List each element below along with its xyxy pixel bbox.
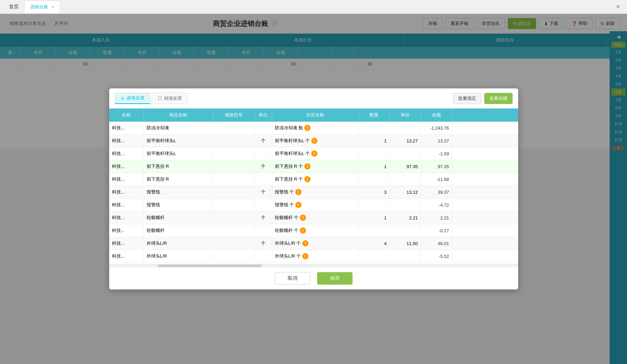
- cell-unit: 个: [255, 237, 272, 250]
- cell-product: 前平衡杆球头L: [144, 147, 213, 160]
- cell-unit: 个: [255, 135, 272, 147]
- cell-price: 13.12: [390, 186, 421, 198]
- cell-product: 前平衡杆球头L: [144, 135, 213, 147]
- cell-spec: [213, 237, 255, 250]
- cell-amount: -5.52: [421, 250, 452, 262]
- table-row[interactable]: 科技... 报警线 个 报警线 个! 3 13.12 39.37: [109, 186, 518, 199]
- cell-qty: [359, 224, 390, 237]
- warning-icon: !: [300, 227, 306, 234]
- warning-icon: !: [302, 240, 308, 246]
- table-row[interactable]: 科技... 轮毂螺杆 个 轮毂螺杆 个! 1 2.21 2.21: [109, 211, 518, 224]
- warning-icon: !: [311, 138, 317, 144]
- cell-spec: [213, 122, 255, 134]
- cell-amount: 39.37: [421, 186, 452, 198]
- cell-name: 科技...: [109, 250, 144, 262]
- cell-spec: [213, 186, 255, 198]
- cell-spec: [213, 211, 255, 224]
- window-close-button[interactable]: ×: [612, 1, 624, 12]
- modal-scrollbar-thumb[interactable]: [158, 265, 262, 267]
- cell-price: 97.35: [390, 160, 421, 173]
- cell-inventory: 报警线 个!: [272, 186, 359, 198]
- th-amount: 金额: [421, 109, 452, 122]
- tab-incoming-label: 进项发票: [127, 95, 145, 101]
- inventory-name: 前下悬挂 R 个: [275, 176, 303, 182]
- cell-amount: 2.21: [421, 211, 452, 224]
- cell-unit: [255, 250, 272, 262]
- tab-home[interactable]: 首页: [3, 1, 24, 13]
- table-row[interactable]: 科技... 前下悬挂 R 个 前下悬挂 R 个! 1 97.35 97.35: [109, 160, 518, 173]
- cell-unit: 个: [255, 160, 272, 173]
- table-row[interactable]: 科技... 报警线 报警线 个! -4.72: [109, 199, 518, 211]
- cell-amount: -0.27: [421, 224, 452, 237]
- cell-unit: [255, 147, 272, 160]
- cell-product: 前下悬挂 R: [144, 160, 213, 173]
- cell-inventory: 前下悬挂 R 个!: [272, 173, 359, 185]
- cell-amount: 13.27: [421, 135, 452, 147]
- tab-incoming-invoice[interactable]: ⊙ 进项发票: [115, 93, 150, 104]
- inventory-name: 防冻冷却液 瓶: [275, 125, 303, 131]
- cell-amount: -1,243.76: [421, 122, 452, 134]
- inventory-name: 报警线 个: [275, 202, 294, 208]
- table-row[interactable]: 科技... 外球头L/R 个 外球头L/R 个! 4 11.50 46.01: [109, 237, 518, 250]
- cell-qty: 1: [359, 211, 390, 224]
- cell-name: 科技...: [109, 186, 144, 198]
- warning-icon: !: [295, 189, 302, 195]
- warning-icon: !: [295, 202, 302, 208]
- cell-qty: [359, 147, 390, 160]
- cancel-button[interactable]: 取消: [275, 272, 310, 285]
- inventory-name: 外球头L/R 个: [275, 253, 301, 259]
- cell-unit: [255, 122, 272, 134]
- cell-spec: [213, 199, 255, 211]
- cell-amount: 97.35: [421, 160, 452, 173]
- cell-inventory: 外球头L/R 个!: [272, 250, 359, 262]
- tab-active[interactable]: 进销台账 ×: [24, 1, 60, 13]
- batch-assign-button[interactable]: 批量指定: [453, 93, 481, 104]
- cell-product: 轮毂螺杆: [144, 211, 213, 224]
- cell-price: 11.50: [390, 237, 421, 250]
- warning-icon: !: [300, 215, 306, 221]
- table-row[interactable]: 科技... 前下悬挂 R 前下悬挂 R 个! -11.68: [109, 173, 518, 186]
- warning-icon: !: [311, 150, 317, 157]
- cell-product: 报警线: [144, 199, 213, 211]
- tab-close-icon[interactable]: ×: [52, 5, 54, 9]
- cell-price: 13.27: [390, 135, 421, 147]
- cell-qty: [359, 122, 390, 134]
- table-row[interactable]: 科技... 前平衡杆球头L 个 前平衡杆球头L 个! 1 13.27 13.27: [109, 135, 518, 147]
- cell-name: 科技...: [109, 122, 144, 134]
- cell-name: 科技...: [109, 160, 144, 173]
- modal-tabs: ⊙ 进项发票 ☐ 销项发票: [115, 93, 188, 104]
- table-row[interactable]: 科技... 轮毂螺杆 轮毂螺杆 个! -0.27: [109, 224, 518, 237]
- cell-spec: [213, 160, 255, 173]
- cell-spec: [213, 173, 255, 185]
- cell-inventory: 轮毂螺杆 个!: [272, 211, 359, 224]
- modal-table-body: 科技... 防冻冷却液 防冻冷却液 瓶! -1,243.76 科技... 前平衡…: [109, 122, 518, 264]
- tab-outgoing-invoice[interactable]: ☐ 销项发票: [152, 93, 188, 104]
- th-price: 单价: [390, 109, 421, 122]
- save-button[interactable]: 保存: [317, 272, 352, 285]
- cell-inventory: 防冻冷却液 瓶!: [272, 122, 359, 134]
- cell-qty: [359, 173, 390, 185]
- inventory-name: 轮毂螺杆 个: [275, 227, 299, 234]
- table-row[interactable]: 科技... 外球头L/R 外球头L/R 个! -5.52: [109, 250, 518, 263]
- th-inventory: 存货名称: [272, 109, 359, 122]
- cell-inventory: 轮毂螺杆 个!: [272, 224, 359, 237]
- cell-product: 外球头L/R: [144, 250, 213, 262]
- main-content: 销售成本计算方法： 月平均 商贸企业进销台账 📄 对账 重新开账 存货别名 生成…: [0, 14, 627, 364]
- table-row[interactable]: 科技... 前平衡杆球头L 前平衡杆球头L 个! -1.59: [109, 147, 518, 160]
- modal-scrollbar[interactable]: [109, 264, 518, 267]
- modal-overlay: ⊙ 进项发票 ☐ 销项发票 批量指定 批量创建 × 名称: [0, 14, 627, 364]
- modal-close-button[interactable]: ×: [506, 92, 514, 100]
- modal-footer: 取消 保存: [109, 267, 518, 289]
- cell-price: [390, 173, 421, 185]
- cell-amount: -11.68: [421, 173, 452, 185]
- table-row[interactable]: 科技... 防冻冷却液 防冻冷却液 瓶! -1,243.76: [109, 122, 518, 135]
- th-product: 商品名称: [144, 109, 213, 122]
- inventory-name: 前下悬挂 R 个: [275, 163, 303, 170]
- cell-spec: [213, 250, 255, 262]
- warning-icon: !: [302, 253, 308, 259]
- cell-amount: 46.01: [421, 237, 452, 250]
- cell-product: 前下悬挂 R: [144, 173, 213, 185]
- inventory-name: 前平衡杆球头L 个: [275, 150, 310, 157]
- modal-table-header: 名称 商品名称 规格型号 单位 存货名称 数量 单价 金额: [109, 109, 518, 122]
- cell-qty: 4: [359, 237, 390, 250]
